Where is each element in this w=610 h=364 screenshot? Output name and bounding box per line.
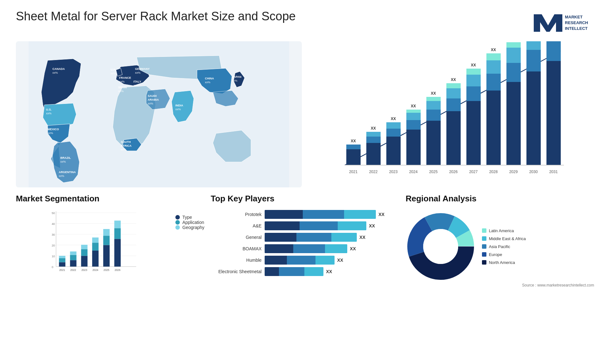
europe-color — [482, 252, 486, 257]
svg-rect-45 — [366, 132, 381, 137]
svg-text:U.K.: U.K. — [111, 68, 116, 71]
svg-text:xx%: xx% — [135, 71, 140, 74]
svg-rect-123 — [81, 245, 87, 249]
svg-text:xx%: xx% — [119, 80, 125, 83]
logo-area: MARKET RESEARCH INTELLECT — [531, 10, 594, 35]
geography-label: Geography — [182, 225, 204, 230]
seg-legend: Type Application Geography — [175, 215, 204, 230]
map-area: CANADA xx% U.S. xx% MEXICO xx% BRAZIL xx… — [16, 41, 302, 187]
north-america-label: North America — [489, 260, 515, 265]
svg-rect-113 — [59, 262, 65, 267]
svg-rect-125 — [92, 251, 98, 266]
donut-wrap: Latin America Middle East & Africa Asia … — [406, 212, 594, 281]
bar-seg3 — [338, 221, 366, 230]
svg-rect-66 — [446, 98, 461, 111]
svg-rect-114 — [59, 258, 65, 262]
svg-rect-83 — [506, 82, 521, 165]
svg-text:XX: XX — [511, 41, 516, 42]
svg-rect-40 — [346, 145, 361, 149]
player-xx-ae: XX — [369, 223, 375, 228]
svg-text:XX: XX — [411, 104, 416, 108]
svg-text:2025: 2025 — [429, 170, 438, 174]
svg-rect-68 — [446, 83, 461, 88]
svg-rect-80 — [486, 53, 501, 60]
svg-rect-94 — [546, 61, 561, 165]
svg-rect-48 — [386, 137, 401, 165]
svg-text:0: 0 — [52, 266, 53, 269]
svg-text:2026: 2026 — [115, 269, 121, 272]
svg-text:2025: 2025 — [104, 269, 110, 272]
svg-rect-91 — [526, 41, 541, 50]
svg-text:ITALY: ITALY — [133, 80, 141, 83]
svg-text:xx%: xx% — [232, 79, 237, 82]
svg-text:AFRICA: AFRICA — [121, 144, 132, 147]
player-row-prototek: Prototek XX — [211, 210, 399, 219]
type-label: Type — [182, 215, 192, 220]
svg-text:2023: 2023 — [81, 269, 87, 272]
svg-marker-0 — [534, 14, 562, 32]
segmentation-area: Market Segmentation 0 10 20 30 40 50 — [16, 194, 204, 354]
svg-text:INTELLECT: INTELLECT — [565, 26, 588, 31]
svg-text:2030: 2030 — [529, 170, 538, 174]
bar-seg2 — [300, 221, 338, 230]
svg-rect-85 — [506, 48, 521, 63]
svg-rect-43 — [366, 143, 381, 165]
svg-text:xx%: xx% — [60, 160, 66, 163]
svg-rect-49 — [386, 129, 401, 137]
header: Sheet Metal for Server Rack Market Size … — [16, 10, 594, 35]
legend-asia-pacific: Asia Pacific — [482, 244, 526, 249]
bar-seg1 — [265, 267, 279, 276]
bar-seg2 — [293, 244, 325, 253]
svg-rect-67 — [446, 88, 461, 98]
player-row-ae: A&E XX — [211, 221, 399, 230]
player-name-humble: Humble — [211, 258, 261, 263]
svg-text:BRAZIL: BRAZIL — [60, 156, 71, 159]
svg-text:INDIA: INDIA — [175, 104, 183, 107]
svg-text:2021: 2021 — [59, 269, 65, 272]
svg-rect-126 — [92, 243, 98, 251]
page-title: Sheet Metal for Server Rack Market Size … — [16, 10, 296, 23]
bar-seg1 — [265, 221, 300, 230]
player-name-boamax: BOAMAX — [211, 246, 261, 251]
svg-text:xx%: xx% — [205, 81, 210, 84]
player-row-humble: Humble XX — [211, 256, 399, 265]
svg-text:CHINA: CHINA — [205, 77, 214, 80]
svg-rect-90 — [526, 50, 541, 71]
bar-seg3 — [331, 233, 357, 242]
svg-text:MARKET: MARKET — [565, 15, 583, 19]
svg-rect-127 — [92, 238, 98, 243]
growth-chart-area: XX 2021 XX 2022 XX 2023 XX — [308, 41, 594, 187]
svg-rect-115 — [59, 256, 65, 258]
svg-rect-117 — [70, 260, 76, 266]
player-bar-wrap-humble: XX — [265, 256, 399, 265]
legend-middle-east: Middle East & Africa — [482, 236, 526, 241]
bar-seg2 — [303, 210, 344, 219]
source-text: Source : www.marketresearchintellect.com — [406, 283, 594, 287]
svg-text:2023: 2023 — [389, 170, 398, 174]
svg-text:2028: 2028 — [489, 170, 498, 174]
player-bar-wrap-boamax: XX — [265, 244, 399, 253]
svg-rect-61 — [426, 101, 441, 110]
middle-east-label: Middle East & Africa — [489, 236, 526, 241]
latin-america-color — [482, 228, 486, 233]
svg-rect-78 — [486, 74, 501, 91]
legend-north-america: North America — [482, 260, 526, 265]
bar-seg1 — [265, 210, 303, 219]
donut-legend: Latin America Middle East & Africa Asia … — [482, 228, 526, 265]
top-section: CANADA xx% U.S. xx% MEXICO xx% BRAZIL xx… — [16, 41, 594, 187]
player-bar-wrap-prototek: XX — [265, 210, 399, 219]
players-list: Prototek XX A&E — [211, 210, 399, 276]
svg-rect-50 — [386, 122, 401, 129]
svg-text:FRANCE: FRANCE — [119, 76, 131, 79]
player-name-electronic: Electronic Sheetmetal — [211, 269, 261, 274]
bottom-section: Market Segmentation 0 10 20 30 40 50 — [16, 194, 594, 354]
player-bar-wrap-general: XX — [265, 233, 399, 242]
svg-rect-39 — [346, 149, 361, 165]
svg-text:xx%: xx% — [175, 108, 181, 111]
regional-title: Regional Analysis — [406, 194, 594, 204]
player-row-general: General XX — [211, 233, 399, 242]
legend-latin-america: Latin America — [482, 228, 526, 233]
svg-rect-77 — [486, 91, 501, 165]
svg-rect-74 — [466, 69, 481, 75]
player-xx-boamax: XX — [350, 246, 356, 251]
